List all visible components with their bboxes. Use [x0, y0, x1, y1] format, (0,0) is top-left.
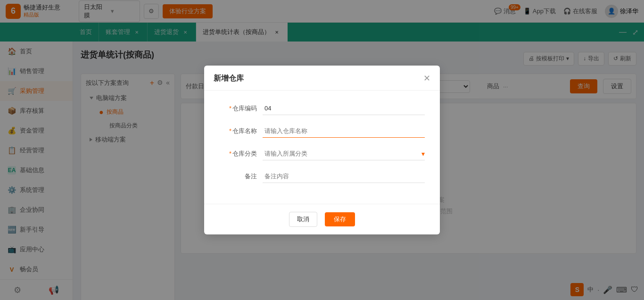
form-row-name: *仓库名称	[219, 125, 425, 138]
form-row-remark: 备注	[219, 170, 425, 183]
remark-label: 备注	[219, 172, 257, 181]
name-required-star: *	[229, 127, 231, 134]
category-label: *仓库分类	[219, 150, 257, 158]
code-input[interactable]	[263, 102, 425, 115]
modal-body: *仓库编码 *仓库名称 *仓库分类 ▾	[204, 91, 440, 204]
category-required-star: *	[229, 150, 231, 157]
cancel-button[interactable]: 取消	[289, 212, 317, 227]
code-label: *仓库编码	[219, 104, 257, 113]
remark-input[interactable]	[263, 170, 425, 183]
save-button[interactable]: 保存	[325, 212, 355, 226]
modal-header: 新增仓库 ✕	[204, 66, 440, 91]
modal-backdrop: 新增仓库 ✕ *仓库编码 *仓库名称 *仓库分类	[0, 0, 644, 300]
form-row-category: *仓库分类 ▾	[219, 147, 425, 160]
new-warehouse-modal: 新增仓库 ✕ *仓库编码 *仓库名称 *仓库分类	[204, 66, 440, 234]
name-input[interactable]	[263, 125, 425, 138]
category-dropdown-icon: ▾	[421, 150, 425, 158]
modal-title: 新增仓库	[214, 74, 244, 83]
code-required-star: *	[229, 105, 231, 112]
modal-close-icon[interactable]: ✕	[423, 73, 430, 83]
category-select-wrapper[interactable]: ▾	[263, 147, 425, 160]
name-label: *仓库名称	[219, 127, 257, 135]
form-row-code: *仓库编码	[219, 102, 425, 115]
category-input[interactable]	[263, 147, 421, 160]
modal-footer: 取消 保存	[204, 204, 440, 234]
